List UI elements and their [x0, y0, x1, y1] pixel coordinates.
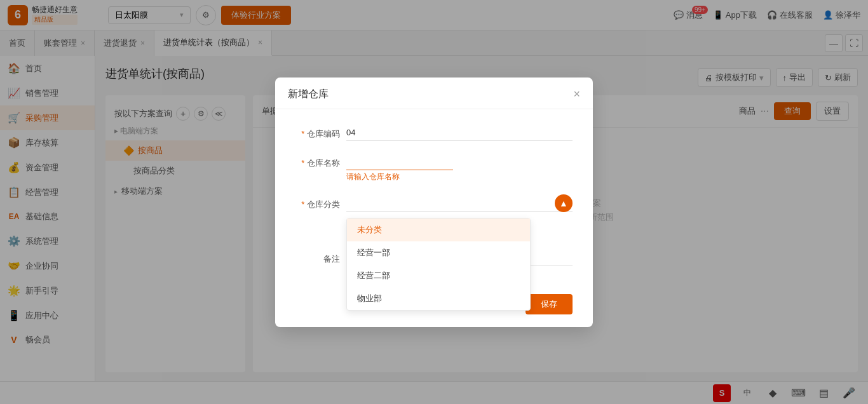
- dialog-body: 仓库编码 仓库名称 请输入仓库名称: [275, 109, 593, 289]
- code-field-row: 仓库编码: [295, 125, 573, 141]
- name-input[interactable]: [346, 154, 453, 170]
- dialog-title: 新增仓库: [288, 88, 329, 101]
- cat-toggle-button[interactable]: ▲: [555, 194, 573, 212]
- dialog-overlay: 新增仓库 × 仓库编码 仓库名称: [0, 0, 868, 404]
- cat-option-dept2[interactable]: 经营二部: [347, 264, 530, 287]
- name-error-msg: 请输入仓库名称: [346, 172, 400, 182]
- name-field-row: 仓库名称 请输入仓库名称: [295, 154, 573, 182]
- name-control: [346, 154, 453, 170]
- code-label: 仓库编码: [295, 125, 346, 140]
- cat-dropdown: 未分类 经营一部 经营二部 物业部: [346, 218, 531, 311]
- save-button[interactable]: 保存: [526, 294, 573, 314]
- code-control: [346, 125, 573, 141]
- dialog-header: 新增仓库 ×: [275, 77, 593, 109]
- dialog-close-button[interactable]: ×: [573, 88, 580, 100]
- cat-label: 仓库分类: [295, 195, 346, 210]
- cat-option-unclassified[interactable]: 未分类: [347, 219, 530, 241]
- cat-field-row: 仓库分类 ▲ 未分类 经营一部: [295, 195, 573, 212]
- cat-input[interactable]: [346, 195, 573, 212]
- chevron-up-icon: ▲: [559, 198, 568, 208]
- cat-control: ▲ 未分类 经营一部 经营二部 物业部: [346, 195, 573, 212]
- cat-option-dept1[interactable]: 经营一部: [347, 241, 530, 264]
- remark-label: 备注: [295, 250, 346, 265]
- code-input[interactable]: [346, 125, 573, 141]
- name-label: 仓库名称: [295, 154, 346, 169]
- cat-option-dept3[interactable]: 物业部: [347, 287, 530, 310]
- new-warehouse-dialog: 新增仓库 × 仓库编码 仓库名称: [275, 77, 593, 327]
